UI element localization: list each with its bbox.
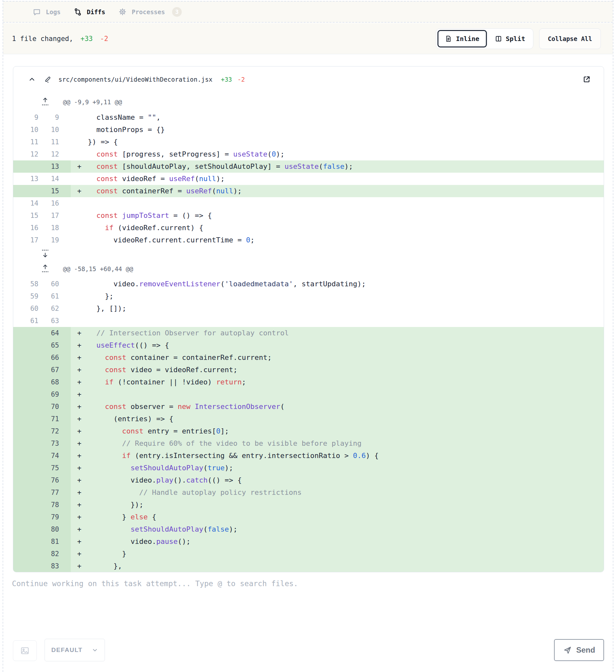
new-line-number: 64 [42,327,71,339]
diff-marker [71,278,88,290]
diff-marker: + [71,401,88,413]
model-selector-dropdown[interactable]: DEFAULT [45,639,105,661]
old-line-number: 15 [13,209,42,222]
old-line-number [13,364,42,376]
edit-pencil-icon [44,76,52,83]
split-view-button[interactable]: Split [488,30,532,47]
diff-marker [71,315,88,327]
diff-marker [71,209,88,222]
old-line-number: 10 [13,124,42,136]
new-line-number: 68 [42,376,71,388]
old-line-number [13,401,42,413]
summary-additions: +33 [80,35,93,43]
files-changed-summary: 1 file changed, +33 -2 [12,35,108,43]
new-line-number: 69 [42,388,71,401]
diff-row: 76+ video.play().catch(() => { [13,474,604,486]
hunk-header-label: @@ -58,15 +60,44 @@ [63,265,133,272]
diff-row: 73+ // Require 60% of the video to be vi… [13,437,604,450]
tab-bar: Logs Diffs Processes 3 [3,1,613,23]
new-line-number: 18 [42,222,71,234]
code-line: const observer = new IntersectionObserve… [88,401,604,413]
old-line-number [13,351,42,364]
diff-marker: + [71,413,88,425]
diff-marker [71,148,88,160]
code-line: if (entry.isIntersecting && entry.inters… [88,450,604,462]
code-line: }, [88,560,604,572]
git-compare-icon [74,8,82,16]
code-line: } else { [88,511,604,523]
old-line-number: 9 [13,111,42,124]
diff-marker: + [71,388,88,401]
old-line-number [13,376,42,388]
diff-marker: + [71,339,88,351]
old-line-number [13,185,42,197]
code-line: (entries) => { [88,413,604,425]
code-line: className = "", [88,111,604,124]
diff-marker [71,197,88,209]
hunk-header-label: @@ -9,9 +9,11 @@ [63,98,122,106]
chat-bubble-icon [33,8,41,16]
collapse-file-button[interactable] [28,76,36,83]
expand-context-up-button[interactable] [39,97,51,107]
code-line: const jumpToStart = () => { [88,209,604,222]
code-line: const [progress, setProgress] = useState… [88,148,604,160]
new-line-number: 10 [42,124,71,136]
diff-row: 1618 if (videoRef.current) { [13,222,604,234]
new-line-number: 79 [42,511,71,523]
code-line: video.removeEventListener('loadedmetadat… [88,278,604,290]
collapse-all-button[interactable]: Collapse All [539,28,601,49]
tab-logs-label: Logs [46,8,61,15]
new-line-number: 61 [42,290,71,302]
split-label: Split [506,35,525,43]
tab-logs[interactable]: Logs [33,8,61,16]
new-line-number: 67 [42,364,71,376]
file-path: src/components/ui/VideoWithDecoration.js… [58,76,212,83]
new-line-number: 75 [42,462,71,474]
inline-view-button[interactable]: Inline [437,30,487,47]
code-line: if (videoRef.current) { [88,222,604,234]
attach-image-button[interactable] [13,640,37,661]
send-button[interactable]: Send [554,639,604,661]
diff-marker: + [71,486,88,499]
diff-marker: + [71,499,88,511]
old-line-number [13,499,42,511]
view-toggle-group: Inline Split Collapse All [436,28,601,49]
code-line: }; [88,290,604,302]
diff-row: 64+ // Intersection Observer for autopla… [13,327,604,339]
document-icon [445,35,452,42]
diff-marker: + [71,185,88,197]
old-line-number: 11 [13,136,42,148]
diff-marker: + [71,535,88,548]
code-line: setShouldAutoPlay(true); [88,462,604,474]
tab-processes[interactable]: Processes [118,7,165,16]
diff-marker: + [71,376,88,388]
code-line: // Require 60% of the video to be visibl… [88,437,604,450]
old-line-number: 17 [13,234,42,246]
diff-row: 1416 [13,197,604,209]
diff-file-card: src/components/ui/VideoWithDecoration.js… [13,66,604,572]
expand-context-up-button[interactable] [39,264,51,274]
new-line-number: 78 [42,499,71,511]
tab-diffs-label: Diffs [87,8,105,15]
new-line-number: 76 [42,474,71,486]
diff-marker [71,124,88,136]
diff-row: 68+ if (!container || !video) return; [13,376,604,388]
old-line-number: 59 [13,290,42,302]
code-line: const [shouldAutoPlay, setShouldAutoPlay… [88,160,604,173]
file-deletions: -2 [238,76,245,83]
page-dashed-border-left [3,0,3,672]
new-line-number: 77 [42,486,71,499]
diff-row: 1314 const videoRef = useRef(null); [13,173,604,185]
tab-diffs[interactable]: Diffs [74,8,105,16]
new-line-number: 13 [42,160,71,173]
diff-marker: + [71,327,88,339]
open-external-button[interactable] [582,75,591,84]
chat-composer-input[interactable] [12,579,516,621]
code-line: const containerRef = useRef(null); [88,185,604,197]
diff-marker [71,136,88,148]
diff-row: 74+ if (entry.isIntersecting && entry.in… [13,450,604,462]
new-line-number: 63 [42,315,71,327]
new-line-number: 65 [42,339,71,351]
old-line-number [13,413,42,425]
expand-context-down-button[interactable] [39,248,51,258]
